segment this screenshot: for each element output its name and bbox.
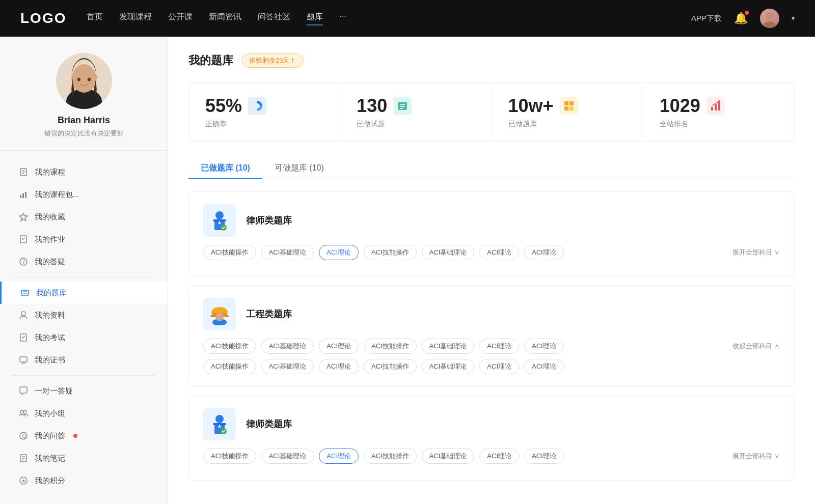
svg-rect-13 [22, 193, 24, 198]
sidebar-item-my-qa-label: 我的问答 [35, 431, 65, 441]
svg-point-6 [77, 78, 80, 81]
notification-bell[interactable]: 🔔 [734, 12, 748, 25]
tag-3-0[interactable]: ACI技能操作 [203, 449, 256, 464]
ranking-bar-icon [707, 97, 725, 115]
tag-2-r2-2[interactable]: ACI理论 [319, 359, 359, 374]
star-icon [18, 212, 29, 222]
qbank-title-3: 律师类题库 [246, 418, 292, 430]
svg-point-28 [20, 410, 23, 413]
tag-2-1[interactable]: ACI基础理论 [261, 339, 314, 354]
tag-3-1[interactable]: ACI基础理论 [261, 449, 314, 464]
tag-2-2[interactable]: ACI理论 [319, 339, 359, 354]
avatar-dropdown-arrow[interactable]: ▾ [792, 15, 795, 22]
lawyer-icon-3 [203, 408, 236, 440]
tag-2-3[interactable]: ACI技能操作 [364, 339, 417, 354]
tag-1-5[interactable]: ACI理论 [479, 245, 519, 260]
tag-1-0[interactable]: ACI技能操作 [203, 245, 256, 260]
group-icon [18, 408, 29, 418]
tag-1-1[interactable]: ACI基础理论 [261, 245, 314, 260]
people-icon [18, 310, 29, 320]
tag-1-2[interactable]: ACI理论 [319, 245, 359, 260]
sidebar-item-my-qa[interactable]: Q 我的问答 [0, 425, 168, 447]
svg-rect-26 [20, 357, 27, 362]
sidebar-item-homework[interactable]: 我的作业 [0, 228, 168, 250]
help-icon: ? [18, 257, 29, 267]
grid-icon [560, 97, 578, 115]
sidebar-item-1on1-label: 一对一答疑 [35, 386, 73, 396]
tag-3-5[interactable]: ACI理论 [479, 449, 519, 464]
stats-row: 55% 正确率 130 [188, 82, 795, 142]
sidebar-item-course-packages[interactable]: 我的课程包... [0, 183, 168, 206]
stat-done-questions: 130 已做试题 [340, 83, 492, 141]
nav-discover[interactable]: 发现课程 [119, 12, 152, 25]
navbar: LOGO 首页 发现课程 公开课 新闻资讯 问答社区 题库 ··· APP下载 … [0, 0, 815, 37]
tag-2-6[interactable]: ACI理论 [524, 339, 564, 354]
engineer-icon-2 [203, 298, 236, 330]
sidebar-item-qa-questions[interactable]: ? 我的答疑 [0, 250, 168, 273]
sidebar-item-profile[interactable]: 我的资料 [0, 304, 168, 326]
svg-text:?: ? [22, 259, 25, 265]
tag-2-r2-3[interactable]: ACI技能操作 [364, 359, 417, 374]
app-download-link[interactable]: APP下载 [691, 14, 722, 23]
tag-3-6[interactable]: ACI理论 [524, 449, 564, 464]
qbank-card-1: 律师类题库 ACI技能操作 ACI基础理论 ACI理论 ACI技能操作 ACI基… [188, 191, 795, 277]
svg-point-0 [766, 12, 774, 20]
svg-point-5 [72, 64, 96, 93]
stat-ranking-value: 1029 [660, 95, 700, 117]
tag-2-r2-5[interactable]: ACI理论 [479, 359, 519, 374]
tag-2-0[interactable]: ACI技能操作 [203, 339, 256, 354]
expand-link-1[interactable]: 展开全部科目 ∨ [732, 248, 780, 257]
svg-text:Q: Q [22, 433, 26, 439]
tag-2-r2-6[interactable]: ACI理论 [524, 359, 564, 374]
avatar[interactable] [760, 9, 779, 28]
tab-done-banks[interactable]: 已做题库 (10) [188, 158, 262, 179]
nav-home[interactable]: 首页 [87, 12, 103, 25]
logo: LOGO [20, 10, 66, 26]
sidebar-item-qbank[interactable]: 我的题库 [0, 282, 168, 304]
tag-2-r2-0[interactable]: ACI技能操作 [203, 359, 256, 374]
divider-2 [12, 375, 155, 376]
sidebar-item-1on1[interactable]: 一对一答疑 [0, 380, 168, 402]
svg-point-29 [23, 410, 26, 413]
tag-3-3[interactable]: ACI技能操作 [364, 449, 417, 464]
svg-point-39 [255, 103, 260, 108]
svg-point-62 [215, 312, 224, 321]
tag-2-r2-1[interactable]: ACI基础理论 [261, 359, 314, 374]
tag-1-4[interactable]: ACI基础理论 [422, 245, 475, 260]
lawyer-icon-1 [203, 204, 236, 237]
tag-2-5[interactable]: ACI理论 [479, 339, 519, 354]
sidebar: Brian Harris 错误的决定比没有决定要好 我的课程 我的课程包... [0, 37, 168, 504]
page-title: 我的题库 [188, 53, 233, 68]
nav-news[interactable]: 新闻资讯 [209, 12, 241, 25]
nav-qa[interactable]: 问答社区 [258, 12, 290, 25]
sidebar-item-favorites[interactable]: 我的收藏 [0, 206, 168, 228]
sidebar-item-notes[interactable]: 我的笔记 [0, 447, 168, 469]
nav-qbank[interactable]: 题库 [307, 12, 323, 25]
sidebar-item-certs[interactable]: 我的证书 [0, 349, 168, 371]
tag-1-6[interactable]: ACI理论 [524, 245, 564, 260]
expand-link-2[interactable]: 收起全部科目 ∧ [732, 342, 780, 351]
sidebar-item-exams[interactable]: 我的考试 [0, 326, 168, 349]
svg-point-1 [763, 21, 776, 28]
svg-rect-21 [21, 290, 29, 295]
sidebar-item-profile-label: 我的资料 [35, 311, 65, 320]
tag-3-4[interactable]: ACI基础理论 [422, 449, 475, 464]
nav-open-course[interactable]: 公开课 [168, 12, 193, 25]
sidebar-item-qbank-label: 我的题库 [36, 288, 67, 298]
tag-1-3[interactable]: ACI技能操作 [364, 245, 417, 260]
avatar-image [760, 9, 779, 28]
tag-3-2[interactable]: ACI理论 [319, 449, 359, 464]
sidebar-item-qa-questions-label: 我的答疑 [35, 257, 65, 267]
pie-chart-icon [248, 97, 266, 115]
expand-link-3[interactable]: 展开全部科目 ∨ [732, 452, 780, 461]
sidebar-item-courses[interactable]: 我的课程 [0, 161, 168, 183]
tag-2-4[interactable]: ACI基础理论 [422, 339, 475, 354]
sidebar-item-group[interactable]: 我的小组 [0, 402, 168, 425]
svg-point-51 [718, 100, 720, 102]
svg-rect-47 [569, 106, 574, 110]
nav-more[interactable]: ··· [339, 12, 346, 25]
sidebar-item-points[interactable]: ★ 我的积分 [0, 469, 168, 492]
tag-2-r2-4[interactable]: ACI基础理论 [422, 359, 475, 374]
tab-available-banks[interactable]: 可做题库 (10) [262, 158, 336, 179]
svg-rect-44 [564, 101, 568, 105]
